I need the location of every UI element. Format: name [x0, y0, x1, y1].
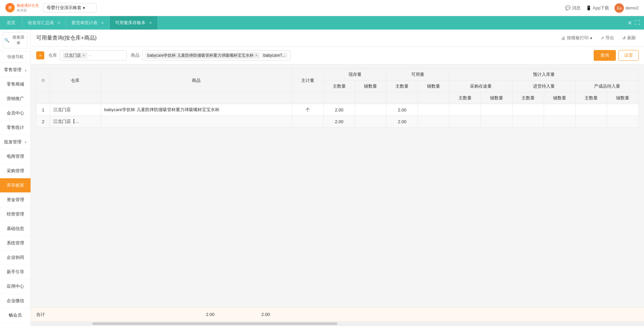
col-settings: ⚙	[37, 69, 50, 92]
col-available-group: 可用量	[386, 69, 449, 81]
tab-available[interactable]: 可用量库存账本 ✕	[110, 16, 158, 30]
sidebar-item-guide[interactable]: 新手引导	[0, 265, 31, 279]
sidebar: 🔍 搜索菜单 快捷导航 零售管理 ▴ 零售商城 营销推广 会员中心 零售统计 批…	[0, 30, 31, 326]
sidebar-item-label: 零售统计	[7, 125, 24, 131]
col-product: 商品	[101, 69, 292, 92]
product-tag-0: babycare学饮杯 儿童防摔防撞吸管杯重力球吸嘴杯宝宝水杯 ✕	[145, 52, 260, 59]
refresh-button[interactable]: ↺ 刷新	[620, 34, 639, 42]
sidebar-item-ecommerce[interactable]: 电商管理	[0, 149, 31, 164]
sidebar-item-marketing[interactable]: 营销推广	[0, 92, 31, 106]
app-download-label: App下载	[593, 5, 609, 11]
col-forecast-group: 预计入库量	[449, 69, 639, 81]
page-header: 可用量查询(按仓库+商品) 🖨 按模板打印 ▾ ↗ 导出 ↺ 刷新	[31, 30, 644, 47]
warehouse-tag: 江北门店 ✕	[63, 52, 87, 59]
sidebar-item-retail-mall[interactable]: 零售商城	[0, 77, 31, 92]
export-label: 导出	[605, 35, 614, 41]
product-tag-close-0[interactable]: ✕	[255, 53, 258, 58]
sidebar-item-system[interactable]: 系统管理	[0, 236, 31, 250]
warehouse-tag-container[interactable]: 江北门店 ✕ ···	[60, 50, 127, 60]
row1-warehouse: 江北门店【...	[50, 116, 101, 128]
sidebar-item-label: 营销推广	[7, 96, 24, 102]
tab-maximize-button[interactable]: ⛶	[635, 20, 640, 26]
sidebar-search-button[interactable]: 🔍 搜索菜单	[3, 32, 28, 48]
sidebar-nav-button[interactable]: 快捷导航	[0, 51, 31, 63]
col-available-main: 主数量	[386, 81, 418, 92]
sidebar-item-wechat[interactable]: 企业微信	[0, 294, 31, 308]
tab-home-label: 首页	[7, 20, 15, 26]
sidebar-item-label: 资金管理	[7, 197, 24, 203]
tab-orders[interactable]: 要货单统计表 ✕	[66, 16, 110, 30]
search-icon: 🔍	[4, 38, 9, 43]
top-bar-right: 💬 消息 📱 App下载 Ea demo2	[565, 3, 639, 13]
chevron-right-icon: »	[39, 53, 42, 58]
col-warehouse: 仓库	[50, 69, 101, 92]
row0-available-main: 2.00	[386, 104, 418, 116]
warehouse-tag-close[interactable]: ✕	[82, 53, 85, 58]
sidebar-item-basic-info[interactable]: 基础信息	[0, 222, 31, 236]
chevron-down-icon: ▾	[25, 140, 26, 144]
sidebar-item-wholesale-mgmt[interactable]: 批发管理 ▾	[0, 135, 31, 149]
sidebar-item-label: 零售管理	[4, 67, 21, 73]
sidebar-item-operations[interactable]: 经营管理	[0, 207, 31, 222]
sidebar-search-area: 🔍 搜索菜单	[0, 30, 31, 51]
sidebar-item-vip[interactable]: 畅会员	[0, 308, 31, 323]
tab-home[interactable]: 首页	[0, 16, 22, 30]
product-tag-text-1: babycare?...	[263, 53, 285, 58]
app-download-icon: 📱	[586, 5, 591, 10]
row1-current-main: 2.00	[323, 116, 355, 128]
print-button[interactable]: 🖨 按模板打印 ▾	[558, 34, 595, 42]
sidebar-item-purchase[interactable]: 采购管理	[0, 164, 31, 178]
export-button[interactable]: ↗ 导出	[598, 34, 617, 42]
tab-bar: 首页 收发存汇总表 ✕ 要货单统计表 ✕ 可用量库存账本 ✕ ✕ ⛶	[0, 16, 644, 30]
sidebar-item-inventory[interactable]: 库存核算	[0, 178, 31, 193]
summary-label: 合计	[36, 312, 45, 318]
top-bar: 好 畅捷通好生意 标准版 母婴行业演示账套 ▾ 💬 消息 📱 App下载 Ea …	[0, 0, 644, 16]
table-row: 2 江北门店【... 2.00 2.00	[37, 116, 639, 128]
footer-bar: 合计 2.00 2.00	[31, 307, 644, 321]
setting-button[interactable]: 设置	[619, 50, 639, 61]
sidebar-item-finance[interactable]: 资金管理	[0, 193, 31, 207]
col-current-aux: 辅数量	[355, 81, 386, 92]
col-current-main: 主数量	[323, 81, 355, 92]
product-tag-1: babycare?...	[261, 53, 287, 58]
col-available-aux: 辅数量	[418, 81, 449, 92]
logo-icon: 好	[5, 3, 15, 12]
row0-unit: 个	[292, 104, 323, 116]
sidebar-item-member[interactable]: 会员中心	[0, 106, 31, 121]
sidebar-item-retail-mgmt[interactable]: 零售管理 ▴	[0, 63, 31, 77]
column-settings-icon[interactable]: ⚙	[41, 78, 45, 83]
col-incoming-aux: 辅数量	[544, 92, 576, 104]
sidebar-item-retail-stats[interactable]: 零售统计	[0, 121, 31, 135]
table-container: ⚙ 仓库 商品 主计量 现存量 可用量 预计入库量 主数量 辅数量 主数量 辅数…	[31, 64, 644, 307]
message-button[interactable]: 💬 消息	[565, 5, 581, 11]
scrollbar-thumb[interactable]	[92, 322, 337, 325]
industry-selector[interactable]: 母婴行业演示账套 ▾	[43, 3, 97, 12]
col-purchase-main: 主数量	[449, 92, 481, 104]
user-profile[interactable]: Ea demo2	[614, 3, 639, 13]
sidebar-nav-label: 快捷导航	[7, 54, 23, 59]
message-label: 消息	[572, 5, 581, 11]
app-download-button[interactable]: 📱 App下载	[586, 5, 609, 11]
row0-current-aux	[355, 104, 386, 116]
tab-receipts[interactable]: 收发存汇总表 ✕	[22, 16, 66, 30]
content-area: 可用量查询(按仓库+商品) 🖨 按模板打印 ▾ ↗ 导出 ↺ 刷新	[31, 30, 644, 326]
sidebar-item-app-center[interactable]: 应用中心	[0, 279, 31, 294]
product-tag-container[interactable]: babycare学饮杯 儿童防摔防撞吸管杯重力球吸嘴杯宝宝水杯 ✕ babyca…	[142, 50, 290, 60]
filter-expand-button[interactable]: »	[36, 51, 44, 59]
query-button[interactable]: 查询	[594, 50, 616, 61]
col-incoming-main: 主数量	[513, 92, 544, 104]
tab-close-all-button[interactable]: ✕	[628, 20, 632, 26]
sidebar-item-label: 企业微信	[7, 298, 24, 304]
user-name: demo2	[625, 5, 639, 10]
print-label: 按模板打印	[567, 35, 589, 41]
export-icon: ↗	[600, 36, 604, 41]
sidebar-item-label: 库存核算	[7, 182, 24, 188]
tab-orders-close[interactable]: ✕	[101, 21, 104, 25]
data-table: ⚙ 仓库 商品 主计量 现存量 可用量 预计入库量 主数量 辅数量 主数量 辅数…	[36, 68, 639, 128]
horizontal-scrollbar[interactable]	[31, 321, 644, 326]
tab-available-close[interactable]: ✕	[149, 21, 152, 25]
refresh-icon: ↺	[622, 36, 626, 41]
tab-receipts-close[interactable]: ✕	[57, 21, 60, 25]
sidebar-item-cooperation[interactable]: 企业协同	[0, 250, 31, 265]
sidebar-item-label: 系统管理	[7, 240, 24, 246]
